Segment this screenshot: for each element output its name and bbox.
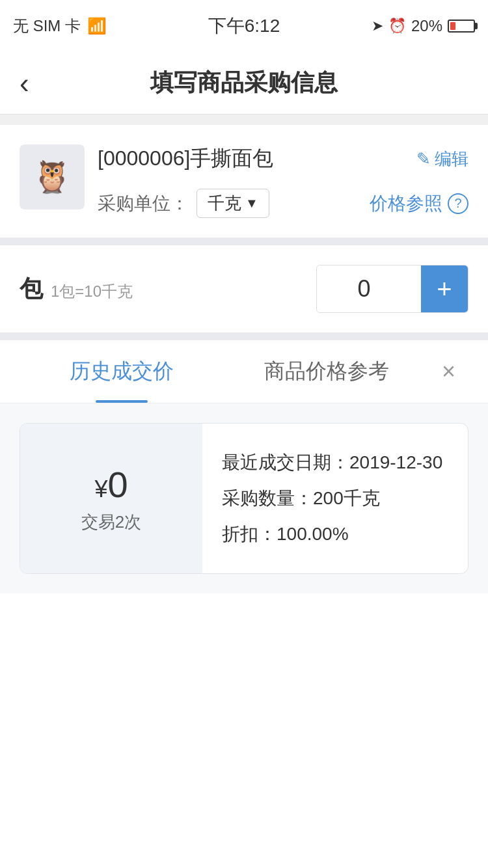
edit-label: 编辑 xyxy=(435,148,468,170)
quantity-plus-button[interactable]: + xyxy=(421,265,468,312)
location-icon: ➤ xyxy=(372,18,383,34)
trades-count: 交易2次 xyxy=(81,511,141,534)
status-network: 无 SIM 卡 📶 xyxy=(13,16,107,36)
tab2-label: 商品价格参考 xyxy=(264,357,389,386)
product-header: [0000006]手撕面包 ✎ 编辑 xyxy=(98,144,468,173)
tab-history-price[interactable]: 历史成交价 xyxy=(20,340,224,403)
status-bar: 无 SIM 卡 📶 下午6:12 ➤ ⏰ 20% xyxy=(0,0,488,52)
price-summary: ¥0 交易2次 xyxy=(20,424,202,573)
unit-value: 千克 xyxy=(208,192,241,215)
price-number: 0 xyxy=(107,464,128,505)
product-info: [0000006]手撕面包 ✎ 编辑 采购单位： 千克 ▼ 价格参照 ? xyxy=(98,144,468,218)
purchase-qty-label: 采购数量： xyxy=(222,488,313,508)
tab-product-price-ref[interactable]: 商品价格参考 xyxy=(224,340,428,403)
price-details: 最近成交日期：2019-12-30 采购数量：200千克 折扣：100.00% xyxy=(202,424,468,573)
tabs-row: 历史成交价 商品价格参考 × xyxy=(0,340,488,403)
purchase-qty-row: 采购数量：200千克 xyxy=(222,485,448,511)
alarm-icon: ⏰ xyxy=(388,18,406,34)
separator-2 xyxy=(0,332,488,340)
recent-date-label: 最近成交日期： xyxy=(222,452,349,472)
price-ref-label: 价格参照 xyxy=(370,191,442,216)
tab1-label: 历史成交价 xyxy=(70,357,174,386)
product-name: [0000006]手撕面包 xyxy=(98,144,273,173)
wifi-icon: 📶 xyxy=(87,17,107,35)
unit-label: 包 1包=10千克 xyxy=(20,273,133,305)
price-reference-button[interactable]: 价格参照 ? xyxy=(370,191,468,216)
price-card-area: ¥0 交易2次 最近成交日期：2019-12-30 采购数量：200千克 折扣：… xyxy=(0,403,488,593)
status-time: 下午6:12 xyxy=(208,14,280,38)
unit-label-text: 采购单位： xyxy=(98,191,189,216)
unit-character: 包 xyxy=(20,273,43,305)
help-icon: ? xyxy=(448,193,468,214)
back-button[interactable]: ‹ xyxy=(20,69,29,98)
price-card: ¥0 交易2次 最近成交日期：2019-12-30 采购数量：200千克 折扣：… xyxy=(20,423,468,574)
no-sim-label: 无 SIM 卡 xyxy=(13,16,81,36)
quantity-controls: + xyxy=(316,265,468,313)
edit-icon: ✎ xyxy=(416,149,431,169)
discount-label: 折扣： xyxy=(222,524,277,544)
price-display: ¥0 xyxy=(94,463,128,506)
purchase-unit: 采购单位： 千克 ▼ xyxy=(98,189,269,218)
currency-symbol: ¥ xyxy=(94,476,107,502)
bottom-area xyxy=(0,593,488,868)
tab-close-button[interactable]: × xyxy=(429,345,468,398)
unit-note: 1包=10千克 xyxy=(51,281,133,302)
product-thumbnail: 🦉 xyxy=(20,144,85,210)
product-card: 🦉 [0000006]手撕面包 ✎ 编辑 采购单位： 千克 ▼ 价格参照 ? xyxy=(0,125,488,237)
purchase-qty-value: 200千克 xyxy=(313,488,380,508)
status-right: ➤ ⏰ 20% xyxy=(372,17,475,35)
battery-icon xyxy=(448,20,475,33)
battery-percent: 20% xyxy=(411,17,442,35)
discount-row: 折扣：100.00% xyxy=(222,521,448,547)
recent-date-row: 最近成交日期：2019-12-30 xyxy=(222,450,448,475)
page-title: 填写商品采购信息 xyxy=(150,67,338,99)
edit-button[interactable]: ✎ 编辑 xyxy=(416,148,468,170)
purchase-row: 采购单位： 千克 ▼ 价格参照 ? xyxy=(98,189,468,218)
nav-bar: ‹ 填写商品采购信息 xyxy=(0,52,488,115)
quantity-row: 包 1包=10千克 + xyxy=(0,245,488,332)
quantity-input[interactable] xyxy=(317,265,421,312)
tab-active-indicator xyxy=(96,400,148,403)
discount-value: 100.00% xyxy=(277,524,349,544)
recent-date-value: 2019-12-30 xyxy=(349,452,442,472)
product-owl-icon: 🦉 xyxy=(33,159,72,195)
dropdown-arrow-icon: ▼ xyxy=(245,196,258,211)
unit-selector[interactable]: 千克 ▼ xyxy=(197,189,269,218)
separator-1 xyxy=(0,237,488,245)
tabs-container: 历史成交价 商品价格参考 × ¥0 交易2次 最近成交日期：2019-12-30… xyxy=(0,340,488,593)
